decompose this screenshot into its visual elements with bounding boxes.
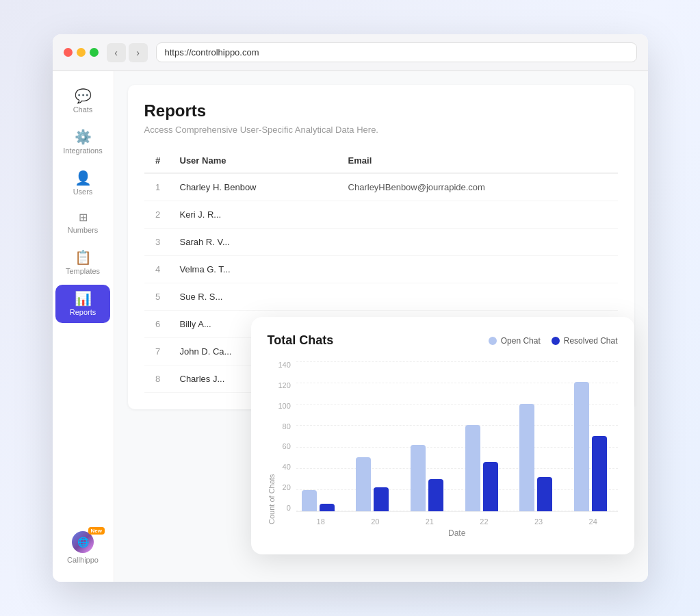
y-label: 20 xyxy=(283,484,291,491)
row-num: 1 xyxy=(144,173,172,201)
resolved-bar xyxy=(483,462,498,511)
y-axis-title: Count of Chats xyxy=(268,361,276,524)
sidebar-label-callhippo: Callhippo xyxy=(67,556,99,564)
browser-window: ‹ › https://controlhippo.com 💬 Chats ⚙️ … xyxy=(53,34,648,582)
forward-button[interactable]: › xyxy=(129,43,148,62)
chart-legend: Open Chat Resolved Chat xyxy=(489,336,618,346)
open-bar xyxy=(356,457,371,511)
bar-group xyxy=(519,404,558,511)
y-label: 60 xyxy=(283,443,291,450)
y-label: 140 xyxy=(278,361,291,369)
sidebar-label-chats: Chats xyxy=(73,105,93,114)
chats-icon: 💬 xyxy=(75,89,92,103)
sidebar-item-reports[interactable]: 📊 Reports xyxy=(55,285,110,323)
templates-icon: 📋 xyxy=(75,251,92,264)
grid-line xyxy=(296,361,618,362)
bar-group xyxy=(302,490,340,511)
chart-panel: Total Chats Open Chat Resolved Chat xyxy=(251,317,634,554)
row-email xyxy=(340,256,618,283)
x-label: 20 xyxy=(356,517,394,526)
row-name: Sue R. S... xyxy=(172,283,340,311)
open-chat-dot xyxy=(489,337,497,345)
row-name: Keri J. R... xyxy=(172,201,340,229)
y-axis: 140120100806040200 xyxy=(278,361,296,512)
row-email xyxy=(340,283,618,311)
main-content: Reports Access Comprehensive User-Specif… xyxy=(114,71,648,582)
x-label: 24 xyxy=(574,517,612,526)
sidebar-label-integrations: Integrations xyxy=(63,146,102,155)
grid-line xyxy=(296,489,618,490)
y-label: 0 xyxy=(287,504,291,512)
table-row: 2 Keri J. R... xyxy=(144,201,618,229)
sidebar-label-templates: Templates xyxy=(66,267,100,275)
open-bar xyxy=(302,490,317,511)
col-header-email: Email xyxy=(340,149,618,173)
x-axis-title: Date xyxy=(296,528,618,538)
resolved-bar xyxy=(320,504,335,511)
bar-group xyxy=(574,382,612,511)
browser-chrome: ‹ › https://controlhippo.com xyxy=(53,34,648,71)
x-label: 18 xyxy=(302,517,340,526)
chart-bars-container xyxy=(296,361,618,512)
row-email xyxy=(340,201,618,229)
chart-title: Total Chats xyxy=(268,333,334,348)
y-label: 120 xyxy=(278,382,291,389)
y-label: 40 xyxy=(283,463,291,471)
sidebar-item-callhippo[interactable]: New 🌐 Callhippo xyxy=(55,524,110,571)
resolved-bar xyxy=(592,436,607,511)
numbers-icon: ⊞ xyxy=(79,212,88,223)
reports-title: Reports xyxy=(144,101,618,120)
sidebar-item-numbers[interactable]: ⊞ Numbers xyxy=(55,205,110,241)
sidebar-item-chats[interactable]: 💬 Chats xyxy=(55,82,110,120)
users-icon: 👤 xyxy=(75,171,92,185)
reports-icon: 📊 xyxy=(75,292,92,305)
col-header-num: # xyxy=(144,149,172,173)
bar-group xyxy=(465,425,504,511)
open-bar xyxy=(574,382,589,511)
table-row: 3 Sarah R. V... xyxy=(144,229,618,256)
bar-group xyxy=(356,457,394,511)
x-label: 23 xyxy=(519,517,558,526)
back-button[interactable]: ‹ xyxy=(107,43,126,62)
open-bar xyxy=(411,445,426,511)
grid-line xyxy=(296,468,618,469)
row-num: 8 xyxy=(144,365,172,393)
table-row: 4 Velma G. T... xyxy=(144,256,618,283)
chart-header: Total Chats Open Chat Resolved Chat xyxy=(268,333,618,348)
sidebar-label-users: Users xyxy=(73,188,93,196)
close-button[interactable] xyxy=(64,48,73,57)
x-label: 21 xyxy=(411,517,449,526)
sidebar-label-reports: Reports xyxy=(70,308,96,316)
grid-line xyxy=(296,447,618,448)
table-row: 5 Sue R. S... xyxy=(144,283,618,311)
nav-buttons: ‹ › xyxy=(107,43,148,62)
row-num: 6 xyxy=(144,311,172,338)
url-bar[interactable]: https://controlhippo.com xyxy=(156,42,637,62)
row-email: CharleyHBenbow@jourrapide.com xyxy=(340,173,618,201)
y-label: 80 xyxy=(283,423,291,431)
chart-wrapper: Count of Chats 140120100806040200 182021… xyxy=(268,361,618,538)
maximize-button[interactable] xyxy=(90,48,99,57)
y-label: 100 xyxy=(278,402,291,410)
resolved-bar xyxy=(428,479,443,511)
sidebar: 💬 Chats ⚙️ Integrations 👤 Users ⊞ Number… xyxy=(53,71,114,582)
minimize-button[interactable] xyxy=(77,48,86,57)
row-num: 4 xyxy=(144,256,172,283)
browser-content: 💬 Chats ⚙️ Integrations 👤 Users ⊞ Number… xyxy=(53,71,648,582)
resolved-chat-dot xyxy=(552,337,560,345)
resolved-bar xyxy=(537,477,552,511)
row-num: 5 xyxy=(144,283,172,311)
row-name: Velma G. T... xyxy=(172,256,340,283)
legend-resolved-chat: Resolved Chat xyxy=(552,336,618,346)
sidebar-item-integrations[interactable]: ⚙️ Integrations xyxy=(55,123,110,162)
open-chat-label: Open Chat xyxy=(501,336,541,346)
open-bar xyxy=(519,404,534,511)
row-name: Sarah R. V... xyxy=(172,229,340,256)
row-email xyxy=(340,229,618,256)
row-num: 3 xyxy=(144,229,172,256)
sidebar-item-templates[interactable]: 📋 Templates xyxy=(55,244,110,282)
sidebar-label-numbers: Numbers xyxy=(68,226,99,234)
sidebar-item-users[interactable]: 👤 Users xyxy=(55,164,110,203)
table-row: 1 Charley H. Benbow CharleyHBenbow@jourr… xyxy=(144,173,618,201)
reports-subtitle: Access Comprehensive User-Specific Analy… xyxy=(144,125,618,135)
